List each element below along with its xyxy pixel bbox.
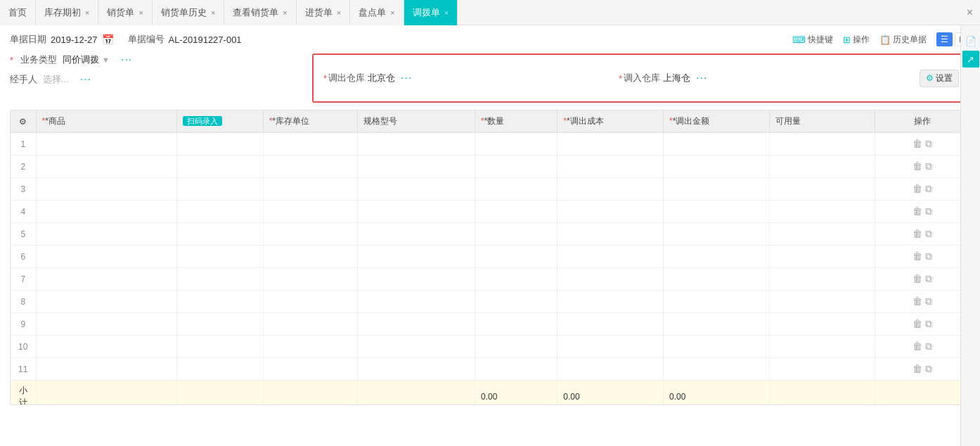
tab-sales-history[interactable]: 销货单历史 × [153, 0, 224, 25]
table-cell[interactable] [475, 313, 557, 336]
close-all-tabs[interactable]: × [960, 6, 980, 19]
table-cell[interactable] [177, 291, 263, 313]
table-cell[interactable] [557, 223, 664, 246]
table-cell[interactable] [177, 223, 263, 246]
copy-row-btn[interactable]: ⧉ [925, 340, 932, 352]
table-cell[interactable] [357, 200, 475, 223]
table-cell[interactable] [357, 358, 475, 381]
table-cell[interactable] [357, 223, 475, 246]
table-cell[interactable] [664, 291, 770, 313]
table-cell[interactable] [36, 291, 177, 313]
table-cell[interactable] [177, 178, 263, 200]
table-cell[interactable] [36, 223, 177, 246]
copy-row-btn[interactable]: ⧉ [925, 205, 932, 217]
copy-row-btn[interactable]: ⧉ [925, 250, 932, 262]
table-cell[interactable] [475, 133, 557, 155]
table-cell[interactable] [475, 268, 557, 291]
table-cell[interactable] [475, 178, 557, 200]
table-cell[interactable] [36, 268, 177, 291]
copy-row-btn[interactable]: ⧉ [925, 273, 932, 284]
delete-row-btn[interactable]: 🗑 [913, 295, 922, 307]
history-btn[interactable]: 📋 历史单据 [879, 34, 927, 46]
table-cell[interactable] [263, 200, 357, 223]
table-cell[interactable] [557, 336, 664, 358]
delete-row-btn[interactable]: 🗑 [913, 318, 922, 329]
table-cell[interactable] [475, 336, 557, 358]
table-cell[interactable] [475, 200, 557, 223]
table-cell[interactable] [357, 133, 475, 155]
table-cell[interactable] [664, 358, 770, 381]
table-cell[interactable] [36, 336, 177, 358]
table-cell[interactable] [263, 291, 357, 313]
table-cell[interactable] [557, 133, 664, 155]
table-cell[interactable] [557, 155, 664, 178]
in-warehouse-value[interactable]: 上海仓 [663, 72, 690, 84]
table-cell[interactable] [357, 246, 475, 268]
delete-row-btn[interactable]: 🗑 [913, 228, 922, 239]
delete-row-btn[interactable]: 🗑 [913, 160, 922, 172]
copy-row-btn[interactable]: ⧉ [925, 183, 932, 194]
table-cell[interactable] [263, 313, 357, 336]
tab-view-sales[interactable]: 查看销货单 × [224, 0, 296, 25]
table-cell[interactable] [36, 246, 177, 268]
table-cell[interactable] [664, 313, 770, 336]
table-cell[interactable] [557, 358, 664, 381]
table-cell[interactable] [475, 291, 557, 313]
close-transfer[interactable]: × [444, 8, 449, 17]
table-cell[interactable] [557, 291, 664, 313]
calendar-icon[interactable]: 📅 [102, 34, 114, 45]
table-cell[interactable] [36, 178, 177, 200]
table-cell[interactable] [357, 155, 475, 178]
table-cell[interactable] [177, 133, 263, 155]
table-cell[interactable] [557, 178, 664, 200]
table-cell[interactable] [664, 223, 770, 246]
sidebar-doc-btn[interactable]: 📄 [962, 32, 979, 49]
table-cell[interactable] [357, 336, 475, 358]
out-warehouse-value[interactable]: 北京仓 [368, 72, 395, 84]
table-cell[interactable] [664, 200, 770, 223]
delete-row-btn[interactable]: 🗑 [913, 205, 922, 217]
table-cell[interactable] [357, 178, 475, 200]
delete-row-btn[interactable]: 🗑 [913, 273, 922, 284]
table-cell[interactable] [357, 313, 475, 336]
table-cell[interactable] [475, 358, 557, 381]
table-cell[interactable] [36, 358, 177, 381]
table-cell[interactable] [263, 155, 357, 178]
table-cell[interactable] [557, 200, 664, 223]
table-cell[interactable] [475, 223, 557, 246]
delete-row-btn[interactable]: 🗑 [913, 183, 922, 194]
tab-transfer[interactable]: 调拨单 × [404, 0, 458, 25]
tab-home[interactable]: 首页 [0, 0, 36, 25]
table-cell[interactable] [263, 336, 357, 358]
table-cell[interactable] [263, 358, 357, 381]
close-sales-order[interactable]: × [138, 8, 143, 17]
out-warehouse-more[interactable]: ··· [401, 72, 412, 84]
table-cell[interactable] [177, 155, 263, 178]
table-cell[interactable] [263, 268, 357, 291]
table-cell[interactable] [664, 336, 770, 358]
table-cell[interactable] [475, 155, 557, 178]
table-cell[interactable] [36, 155, 177, 178]
scan-badge[interactable]: 扫码录入 [183, 116, 222, 126]
copy-row-btn[interactable]: ⧉ [925, 228, 932, 239]
shortcuts-btn[interactable]: ⌨ 快捷键 [792, 34, 833, 46]
table-cell[interactable] [36, 133, 177, 155]
biz-type-more[interactable]: ··· [121, 53, 132, 66]
table-cell[interactable] [664, 133, 770, 155]
delete-row-btn[interactable]: 🗑 [913, 363, 922, 374]
date-value[interactable]: 2019-12-27 [51, 34, 98, 45]
table-cell[interactable] [263, 246, 357, 268]
table-cell[interactable] [357, 291, 475, 313]
close-sales-history[interactable]: × [211, 8, 215, 17]
handler-placeholder[interactable]: 选择... [43, 73, 69, 86]
table-cell[interactable] [357, 268, 475, 291]
in-warehouse-more[interactable]: ··· [696, 72, 707, 84]
layout-list-btn[interactable]: ☰ [936, 32, 953, 46]
tab-purchase[interactable]: 进货单 × [297, 0, 350, 25]
table-cell[interactable] [177, 313, 263, 336]
table-cell[interactable] [177, 200, 263, 223]
table-cell[interactable] [36, 313, 177, 336]
table-cell[interactable] [664, 155, 770, 178]
table-cell[interactable] [177, 358, 263, 381]
copy-row-btn[interactable]: ⧉ [925, 160, 932, 172]
